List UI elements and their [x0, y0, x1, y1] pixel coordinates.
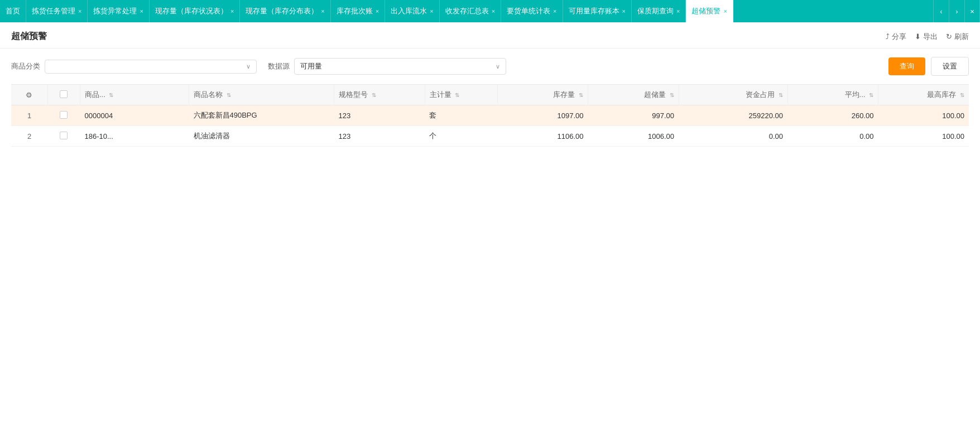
nav-tab-10[interactable]: 保质期查询 × [632, 0, 686, 22]
row-capital-1: 0.00 [679, 126, 787, 147]
col-over-label: 超储量 [644, 90, 666, 99]
nav-tab-close-7[interactable]: × [492, 8, 495, 14]
category-label: 商品分类 [11, 61, 40, 71]
col-header-max: 最高库存 ⇅ [878, 85, 969, 105]
share-button[interactable]: ⤴ 分享 [886, 32, 906, 42]
sort-over-icon[interactable]: ⇅ [670, 92, 674, 98]
table-row: 1 0000004 六配套新昌490BPG 123 套 1097.00 997.… [11, 105, 969, 126]
nav-tab-close-3[interactable]: × [230, 8, 234, 14]
sort-capital-icon[interactable]: ⇅ [779, 92, 783, 98]
nav-prev-button[interactable]: ‹ [933, 0, 949, 22]
query-button[interactable]: 查询 [888, 57, 925, 75]
sort-unit-icon[interactable]: ⇅ [455, 92, 459, 98]
col-avg-label: 平均... [845, 90, 866, 99]
page-content: 超储预警 ⤴ 分享 ⬇ 导出 ↻ 刷新 商品分类 ∨ 数据源 [0, 22, 980, 446]
col-header-unit: 主计量 ⇅ [425, 85, 497, 105]
category-chevron-icon: ∨ [246, 63, 251, 70]
row-checkbox-0[interactable] [60, 111, 68, 119]
row-unit-0: 套 [425, 105, 497, 126]
nav-tab-close-6[interactable]: × [430, 8, 433, 14]
col-header-stock: 库存量 ⇅ [497, 85, 588, 105]
col-stock-label: 库存量 [553, 90, 575, 99]
row-name-1: 机油滤清器 [189, 126, 334, 147]
col-max-label: 最高库存 [927, 90, 956, 99]
export-button[interactable]: ⬇ 导出 [915, 32, 938, 42]
table-container: ⚙ 商品... ⇅ 商品名称 ⇅ 规格型号 ⇅ [0, 84, 980, 147]
row-spec-0: 123 [334, 105, 425, 126]
nav-tab-close-1[interactable]: × [78, 8, 81, 14]
row-spec-1: 123 [334, 126, 425, 147]
row-max-0: 100.00 [878, 105, 969, 126]
export-label: 导出 [923, 32, 938, 42]
nav-tab-8[interactable]: 要货单统计表 × [501, 0, 563, 22]
nav-tab-6[interactable]: 出入库流水 × [385, 0, 439, 22]
row-stock-0: 1097.00 [497, 105, 588, 126]
nav-tab-close-9[interactable]: × [622, 8, 626, 14]
nav-tab-1[interactable]: 拣货任务管理 × [26, 0, 88, 22]
col-checkbox [47, 85, 80, 105]
row-capital-0: 259220.00 [679, 105, 787, 126]
table-row: 2 186-10... 机油滤清器 123 个 1106.00 1006.00 … [11, 126, 969, 147]
sort-code-icon[interactable]: ⇅ [109, 92, 113, 98]
datasource-label: 数据源 [268, 61, 290, 71]
nav-close-all-button[interactable]: × [964, 0, 980, 22]
datasource-filter: 数据源 可用量 ∨ [268, 58, 506, 75]
row-name-0: 六配套新昌490BPG [189, 105, 334, 126]
row-max-1: 100.00 [878, 126, 969, 147]
row-checkbox-1[interactable] [60, 132, 68, 139]
nav-tab-4[interactable]: 现存量（库存分布表） × [240, 0, 330, 22]
nav-tab-5[interactable]: 库存批次账 × [331, 0, 385, 22]
datasource-chevron-icon: ∨ [496, 63, 500, 70]
settings-button[interactable]: 设置 [931, 57, 969, 76]
row-code-0: 0000004 [80, 105, 189, 126]
sort-spec-icon[interactable]: ⇅ [372, 92, 376, 98]
col-capital-label: 资金占用 [746, 90, 775, 99]
datasource-select-value: 可用量 [300, 61, 322, 71]
nav-tab-2[interactable]: 拣货异常处理 × [88, 0, 149, 22]
nav-tab-close-5[interactable]: × [376, 8, 379, 14]
row-over-1: 1006.00 [588, 126, 679, 147]
header-actions: ⤴ 分享 ⬇ 导出 ↻ 刷新 [886, 32, 969, 42]
row-stock-1: 1106.00 [497, 126, 588, 147]
sort-max-icon[interactable]: ⇅ [960, 92, 964, 98]
col-name-label: 商品名称 [194, 90, 223, 99]
col-header-capital: 资金占用 ⇅ [679, 85, 787, 105]
col-unit-label: 主计量 [430, 90, 451, 99]
nav-tab-close-8[interactable]: × [553, 8, 556, 14]
select-all-checkbox[interactable] [60, 90, 68, 98]
nav-tab-close-10[interactable]: × [676, 8, 680, 14]
refresh-button[interactable]: ↻ 刷新 [946, 32, 969, 42]
sort-avg-icon[interactable]: ⇅ [869, 92, 873, 98]
row-num-0: 1 [11, 105, 47, 126]
nav-tab-close-4[interactable]: × [321, 8, 324, 14]
category-filter: 商品分类 ∨ [11, 60, 257, 74]
table-body: 1 0000004 六配套新昌490BPG 123 套 1097.00 997.… [11, 105, 969, 147]
col-header-avg: 平均... ⇅ [787, 85, 878, 105]
sort-stock-icon[interactable]: ⇅ [579, 92, 583, 98]
col-settings: ⚙ [11, 85, 47, 105]
refresh-icon: ↻ [946, 32, 952, 41]
row-checkbox-cell-0 [47, 105, 80, 126]
nav-next-button[interactable]: › [949, 0, 964, 22]
row-unit-1: 个 [425, 126, 497, 147]
category-select[interactable]: ∨ [45, 60, 257, 74]
row-num-1: 2 [11, 126, 47, 147]
col-header-code: 商品... ⇅ [80, 85, 189, 105]
table-header: ⚙ 商品... ⇅ 商品名称 ⇅ 规格型号 ⇅ [11, 85, 969, 105]
nav-tab-11[interactable]: 超储预警 × [686, 0, 733, 22]
sort-name-icon[interactable]: ⇅ [227, 92, 231, 98]
main-table: ⚙ 商品... ⇅ 商品名称 ⇅ 规格型号 ⇅ [11, 84, 969, 147]
page-title: 超储预警 [11, 31, 47, 42]
col-header-name: 商品名称 ⇅ [189, 85, 334, 105]
gear-icon[interactable]: ⚙ [26, 91, 32, 99]
nav-tab-0[interactable]: 首页 [0, 0, 26, 22]
nav-tab-7[interactable]: 收发存汇总表 × [440, 0, 501, 22]
datasource-select[interactable]: 可用量 ∨ [294, 58, 506, 75]
nav-tab-9[interactable]: 可用量库存账本 × [563, 0, 632, 22]
share-icon: ⤴ [886, 32, 890, 41]
page-header: 超储预警 ⤴ 分享 ⬇ 导出 ↻ 刷新 [0, 22, 980, 49]
nav-tab-3[interactable]: 现存量（库存状况表） × [150, 0, 240, 22]
share-label: 分享 [892, 32, 906, 42]
nav-tab-close-11[interactable]: × [723, 8, 727, 14]
nav-tab-close-2[interactable]: × [140, 8, 143, 14]
